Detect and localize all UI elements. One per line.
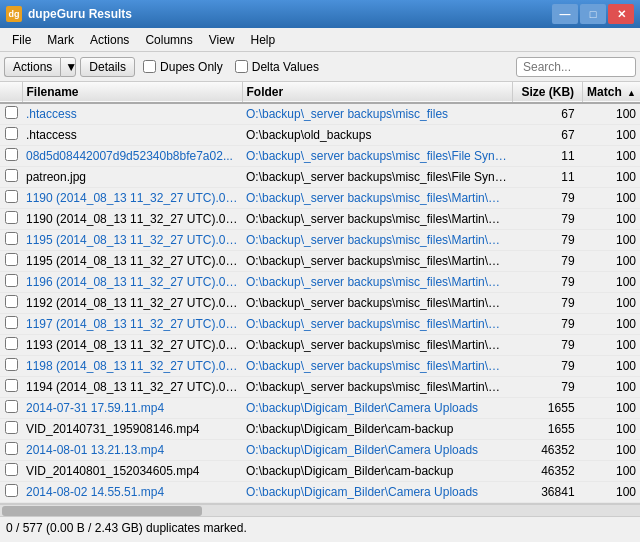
table-row[interactable]: VID_20140801_152034605.mp4O:\backup\Digi… bbox=[0, 461, 640, 482]
row-checkbox-cell[interactable] bbox=[0, 377, 22, 398]
row-size: 79 bbox=[513, 314, 583, 335]
row-checkbox[interactable] bbox=[5, 295, 18, 308]
table-row[interactable]: .htaccessO:\backup\old_backups67100 bbox=[0, 125, 640, 146]
table-row[interactable]: 1198 (2014_08_13 11_32_27 UTC).001O:\bac… bbox=[0, 356, 640, 377]
table-row[interactable]: 2014-08-02 14.55.51.mp4O:\backup\Digicam… bbox=[0, 482, 640, 503]
table-row[interactable]: 1193 (2014_08_13 11_32_27 UTC).001O:\bac… bbox=[0, 335, 640, 356]
row-size: 1655 bbox=[513, 419, 583, 440]
col-header-filename[interactable]: Filename bbox=[22, 82, 242, 103]
table-row[interactable]: 2014-07-31 17.59.11.mp4O:\backup\Digicam… bbox=[0, 398, 640, 419]
row-checkbox-cell[interactable] bbox=[0, 251, 22, 272]
row-size: 11 bbox=[513, 167, 583, 188]
row-checkbox-cell[interactable] bbox=[0, 461, 22, 482]
table-row[interactable]: VID_20140731_195908146.mp4O:\backup\Digi… bbox=[0, 419, 640, 440]
table-row[interactable]: 1195 (2014_08_13 11_32_27 UTC).001O:\bac… bbox=[0, 251, 640, 272]
row-checkbox[interactable] bbox=[5, 379, 18, 392]
row-checkbox[interactable] bbox=[5, 253, 18, 266]
row-checkbox-cell[interactable] bbox=[0, 482, 22, 503]
table-row[interactable]: 2014-08-01 13.21.13.mp4O:\backup\Digicam… bbox=[0, 440, 640, 461]
row-checkbox[interactable] bbox=[5, 316, 18, 329]
row-folder: O:\backup\_server backups\misc_files bbox=[242, 103, 513, 125]
table-row[interactable]: 1195 (2014_08_13 11_32_27 UTC).001O:\bac… bbox=[0, 230, 640, 251]
row-checkbox-cell[interactable] bbox=[0, 398, 22, 419]
results-table-container[interactable]: Filename Folder Size (KB) Match ▲ .htacc… bbox=[0, 82, 640, 504]
row-size: 1655 bbox=[513, 398, 583, 419]
row-match: 100 bbox=[583, 461, 640, 482]
menu-help[interactable]: Help bbox=[243, 31, 284, 49]
row-checkbox-cell[interactable] bbox=[0, 314, 22, 335]
row-folder: O:\backup\_server backups\misc_files\Mar… bbox=[242, 272, 513, 293]
row-checkbox-cell[interactable] bbox=[0, 440, 22, 461]
status-text: 0 / 577 (0.00 B / 2.43 GB) duplicates ma… bbox=[6, 521, 247, 535]
row-checkbox[interactable] bbox=[5, 190, 18, 203]
row-checkbox-cell[interactable] bbox=[0, 293, 22, 314]
menu-actions[interactable]: Actions bbox=[82, 31, 137, 49]
row-checkbox[interactable] bbox=[5, 442, 18, 455]
row-checkbox[interactable] bbox=[5, 421, 18, 434]
row-folder: O:\backup\_server backups\misc_files\Fil… bbox=[242, 167, 513, 188]
row-checkbox-cell[interactable] bbox=[0, 419, 22, 440]
table-row[interactable]: 1196 (2014_08_13 11_32_27 UTC).001O:\bac… bbox=[0, 272, 640, 293]
row-checkbox-cell[interactable] bbox=[0, 335, 22, 356]
row-checkbox[interactable] bbox=[5, 106, 18, 119]
table-row[interactable]: 08d5d08442007d9d52340b8bfe7a02...O:\back… bbox=[0, 146, 640, 167]
row-filename: 1197 (2014_08_13 11_32_27 UTC).001 bbox=[22, 314, 242, 335]
row-checkbox-cell[interactable] bbox=[0, 103, 22, 125]
delta-values-label[interactable]: Delta Values bbox=[231, 60, 323, 74]
horizontal-scrollbar[interactable] bbox=[0, 504, 640, 516]
dupes-only-checkbox[interactable] bbox=[143, 60, 156, 73]
table-row[interactable]: 1194 (2014_08_13 11_32_27 UTC).001O:\bac… bbox=[0, 377, 640, 398]
scroll-thumb[interactable] bbox=[2, 506, 202, 516]
menu-file[interactable]: File bbox=[4, 31, 39, 49]
row-checkbox-cell[interactable] bbox=[0, 272, 22, 293]
row-checkbox[interactable] bbox=[5, 274, 18, 287]
row-filename: 1195 (2014_08_13 11_32_27 UTC).001 bbox=[22, 251, 242, 272]
table-row[interactable]: patreon.jpgO:\backup\_server backups\mis… bbox=[0, 167, 640, 188]
details-button[interactable]: Details bbox=[80, 57, 135, 77]
actions-dropdown-button[interactable]: ▼ bbox=[60, 57, 76, 77]
row-filename: .htaccess bbox=[22, 103, 242, 125]
close-button[interactable]: ✕ bbox=[608, 4, 634, 24]
row-checkbox[interactable] bbox=[5, 484, 18, 497]
actions-button[interactable]: Actions bbox=[4, 57, 60, 77]
row-checkbox[interactable] bbox=[5, 358, 18, 371]
delta-values-checkbox[interactable] bbox=[235, 60, 248, 73]
row-checkbox[interactable] bbox=[5, 400, 18, 413]
search-input[interactable] bbox=[516, 57, 636, 77]
row-checkbox[interactable] bbox=[5, 337, 18, 350]
col-header-folder[interactable]: Folder bbox=[242, 82, 513, 103]
menu-mark[interactable]: Mark bbox=[39, 31, 82, 49]
row-checkbox[interactable] bbox=[5, 127, 18, 140]
row-checkbox-cell[interactable] bbox=[0, 167, 22, 188]
row-match: 100 bbox=[583, 230, 640, 251]
row-checkbox-cell[interactable] bbox=[0, 146, 22, 167]
row-checkbox-cell[interactable] bbox=[0, 125, 22, 146]
row-checkbox[interactable] bbox=[5, 211, 18, 224]
col-header-match[interactable]: Match ▲ bbox=[583, 82, 640, 103]
row-checkbox-cell[interactable] bbox=[0, 209, 22, 230]
row-checkbox[interactable] bbox=[5, 463, 18, 476]
dupes-only-text: Dupes Only bbox=[160, 60, 223, 74]
title-bar: dg dupeGuru Results — □ ✕ bbox=[0, 0, 640, 28]
maximize-button[interactable]: □ bbox=[580, 4, 606, 24]
table-row[interactable]: 1190 (2014_08_13 11_32_27 UTC).001O:\bac… bbox=[0, 188, 640, 209]
minimize-button[interactable]: — bbox=[552, 4, 578, 24]
table-row[interactable]: .htaccessO:\backup\_server backups\misc_… bbox=[0, 103, 640, 125]
row-size: 36841 bbox=[513, 482, 583, 503]
row-folder: O:\backup\_server backups\misc_files\Mar… bbox=[242, 293, 513, 314]
row-checkbox-cell[interactable] bbox=[0, 188, 22, 209]
row-checkbox-cell[interactable] bbox=[0, 230, 22, 251]
dupes-only-label[interactable]: Dupes Only bbox=[139, 60, 227, 74]
table-row[interactable]: 1197 (2014_08_13 11_32_27 UTC).001O:\bac… bbox=[0, 314, 640, 335]
row-filename: patreon.jpg bbox=[22, 167, 242, 188]
row-filename: 2014-08-02 14.55.51.mp4 bbox=[22, 482, 242, 503]
row-checkbox[interactable] bbox=[5, 232, 18, 245]
table-row[interactable]: 1192 (2014_08_13 11_32_27 UTC).001O:\bac… bbox=[0, 293, 640, 314]
table-row[interactable]: 1190 (2014_08_13 11_32_27 UTC).001O:\bac… bbox=[0, 209, 640, 230]
col-header-size[interactable]: Size (KB) bbox=[513, 82, 583, 103]
menu-view[interactable]: View bbox=[201, 31, 243, 49]
menu-columns[interactable]: Columns bbox=[137, 31, 200, 49]
row-checkbox-cell[interactable] bbox=[0, 356, 22, 377]
row-checkbox[interactable] bbox=[5, 148, 18, 161]
row-checkbox[interactable] bbox=[5, 169, 18, 182]
